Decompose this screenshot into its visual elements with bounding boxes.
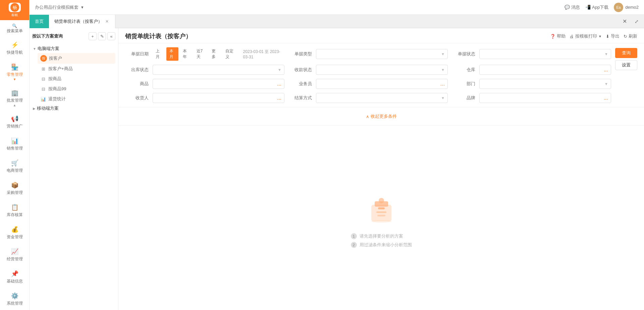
retail-icon: 🏪 [11,63,18,71]
left-panel: 按以下方案查询 + ✎ « ▼ 电脑端方案 [30,28,118,310]
tab-sales-stat-close[interactable]: ✕ [104,19,110,24]
inventory-label: 库存核算 [7,212,23,218]
add-scheme-btn[interactable]: + [89,32,97,40]
date-tab-thisyear[interactable]: 本年 [180,47,192,61]
industry-selector[interactable]: 办公用品行业模拟账套 [35,4,78,10]
sidebar-item-finance[interactable]: 💰 资金管理 [0,222,29,244]
by-goods-icon: ⊟ [40,76,46,82]
sidebar-item-sales[interactable]: 📊 销售管理 [0,133,29,155]
message-btn[interactable]: 💬 消息 [565,4,580,10]
export-btn[interactable]: ⬇ 导出 [606,33,620,39]
date-label: 单据日期 [125,51,149,57]
brand-select[interactable]: ... [479,93,611,103]
tree-child-by-customer-goods[interactable]: ⊞ 按客户+商品 [38,64,115,74]
query-btn[interactable]: 查询 [615,48,637,58]
refresh-btn[interactable]: ↻ 刷新 [624,33,637,39]
by-goods-label: 按商品 [48,76,61,82]
inventory-icon: 📋 [11,204,18,211]
collapse-panel-btn[interactable]: « [107,32,115,40]
print-dropdown-icon: ▼ [598,35,602,38]
tree-child-return-stats[interactable]: 📊 退货统计 [38,94,115,104]
svg-rect-7 [377,215,385,216]
collapse-up-icon: ∧ [366,114,369,119]
tab-home[interactable]: 首页 [30,15,49,28]
tab-sales-stat-label: 销货单统计表（按客户） [54,18,102,24]
department-caret: ▼ [604,82,608,86]
user-area[interactable]: Ea demo2 [614,3,639,12]
type-label: 单据类型 [288,51,312,57]
sales-icon: 📊 [11,137,18,145]
collapse-label: 收起更多条件 [371,113,397,119]
sidebar-item-system[interactable]: ⚙️ 系统管理 [0,288,29,310]
tree-parent-mobile[interactable]: ▶ 移动端方案 [32,104,115,113]
type-field-wrap: ▼ [316,49,448,59]
edit-scheme-btn[interactable]: ✎ [98,32,106,40]
date-tab-custom[interactable]: 自定义 [222,47,238,61]
left-panel-title: 按以下方案查询 [32,33,63,39]
date-tab-more[interactable]: 更多 [209,47,221,61]
industry-dropdown-icon[interactable]: ▾ [81,5,84,10]
sidebar-item-purchase[interactable]: 📦 采购管理 [0,177,29,200]
warehouse-select[interactable]: ... [479,65,611,75]
sidebar-item-marketing[interactable]: 📢 营销推广 [0,111,29,133]
marketing-icon: 📢 [11,115,18,122]
department-select[interactable]: ▼ [479,79,611,89]
system-icon: ⚙️ [11,292,18,300]
date-tab-lastmonth[interactable]: 上月 [153,47,165,61]
tab-sales-stat[interactable]: 销货单统计表（按客户） ✕ [49,15,115,28]
receiver-select[interactable]: ... [153,93,284,103]
app-download-btn[interactable]: 📲 App下载 [585,4,608,10]
sidebar-item-quicknav[interactable]: ⚡ 快捷导航 [0,37,29,59]
sidebar-item-wholesale[interactable]: 🏢 批发管理 ▲ [0,85,29,111]
tree-parent-desktop[interactable]: ▼ 电脑端方案 [32,44,115,53]
tree-arrow-mobile: ▶ [33,107,36,110]
sidebar-item-retail[interactable]: 🏪 零售管理 ▼ [0,59,29,85]
goods-label: 商品 [125,81,149,87]
filter-row-4: 收货人 ... 结算方式 ▼ [125,93,611,103]
tree-child-by-goods[interactable]: ⊟ 按商品 [38,74,115,84]
sidebar-item-ecommerce[interactable]: 🛒 电商管理 [0,155,29,177]
purchase-label: 采购管理 [7,190,23,196]
tab-bar: 首页 销货单统计表（按客户） ✕ ✕ ⤢ [30,15,644,28]
tab-maximize-btn[interactable]: ⤢ [632,17,641,26]
sidebar-item-basic[interactable]: 📌 基础信息 [0,266,29,288]
print-btn[interactable]: 🖨 按模板打印 ▼ [570,33,602,39]
status-select[interactable]: ▼ [479,49,611,59]
date-tab-thismonth[interactable]: 本月 [166,47,179,61]
top-bar: 办公用品行业模拟账套 ▾ 💬 消息 📲 App下载 Ea demo2 [30,0,644,15]
avatar: Ea [614,3,623,12]
tab-close-btn[interactable]: ✕ [620,17,629,26]
out-status-select[interactable]: ▼ [153,65,284,75]
empty-tip-1: 1 请先选择要分析的方案 [351,233,412,239]
help-btn[interactable]: ❓ 帮助 [550,33,566,39]
salesperson-dots: ... [440,81,445,87]
retail-label: 零售管理 [7,72,23,78]
salesperson-select[interactable]: ... [316,79,448,89]
brand-wrap: ... [479,93,611,103]
pay-status-caret: ▼ [441,68,445,72]
type-select[interactable]: ▼ [316,49,448,59]
pay-status-select[interactable]: ▼ [316,65,448,75]
payment-method-select[interactable]: ▼ [316,93,448,103]
by-customer-label: 按客户 [49,55,62,61]
svg-text:畅: 畅 [12,5,17,10]
page-header-actions: ❓ 帮助 🖨 按模板打印 ▼ ⬇ 导出 ↻ 刷新 [550,33,637,39]
brand-label: 品牌 [452,95,475,101]
sidebar-item-inventory[interactable]: 📋 库存核算 [0,200,29,222]
main-wrapper: 办公用品行业模拟账套 ▾ 💬 消息 📲 App下载 Ea demo2 首页 销货… [30,0,644,310]
goods-select[interactable]: ... [153,79,284,89]
sidebar-item-operations[interactable]: 📈 经营管理 [0,244,29,266]
message-label: 消息 [571,4,580,10]
tree-children-desktop: 按 按客户 ⊞ 按客户+商品 ⊟ 按商品 ⊟ 按商品99 [32,53,115,104]
date-tab-7days[interactable]: 近7天 [194,47,208,61]
pay-status-wrap: ▼ [316,65,448,75]
setting-btn[interactable]: 设置 [615,60,637,70]
tree-child-by-customer[interactable]: 按 按客户 [38,53,115,64]
refresh-icon: ↻ [624,34,627,39]
sidebar-search[interactable]: 🔍 搜索菜单 [0,20,29,37]
page-title: 销货单统计表（按客户） [125,32,192,40]
export-label: 导出 [611,33,620,39]
collapse-more-btn[interactable]: ∧ 收起更多条件 [361,111,402,121]
tree-child-by-goods99[interactable]: ⊟ 按商品99 [38,84,115,94]
filter-area: 单据日期 上月 本月 本年 近7天 更多 自定义 20 [118,43,644,107]
